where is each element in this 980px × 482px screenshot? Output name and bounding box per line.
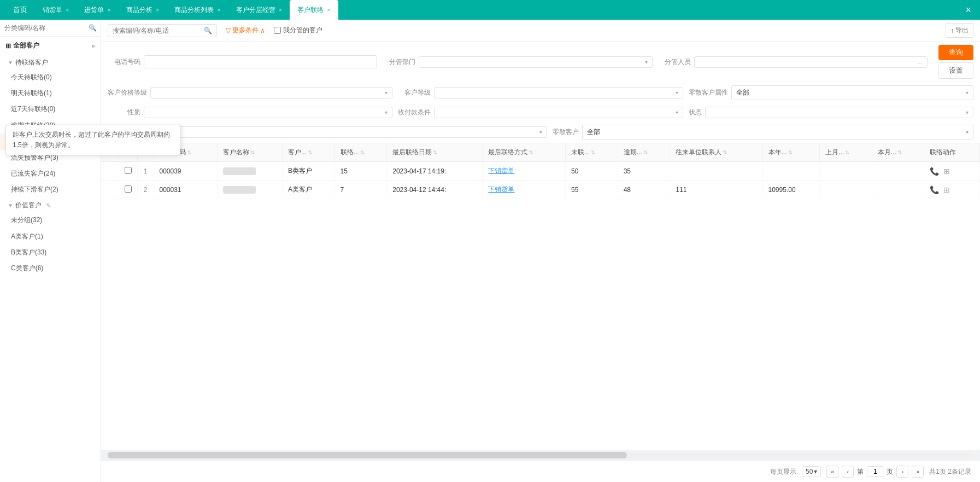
col-name[interactable]: 客户名称 ⇅ (217, 143, 282, 162)
nav-customer-tier[interactable]: 客户分层经营 × (228, 0, 290, 20)
gender-select[interactable]: ▾ (144, 107, 392, 118)
row2-contact: 7 (335, 181, 387, 199)
more-conditions-button[interactable]: ▽ 更多条件 ∧ (222, 24, 268, 37)
nav-sales[interactable]: 销货单 × (35, 0, 77, 20)
sidebar-item-ungrouped[interactable]: 未分组(32) (0, 212, 101, 228)
query-button[interactable]: 查询 (938, 45, 973, 60)
sidebar-item-tomorrow[interactable]: 明天待联络(1) (0, 85, 101, 101)
nav-product-list-close[interactable]: × (217, 0, 220, 20)
row1-checkbox[interactable] (119, 162, 137, 181)
window-close-button[interactable]: × (962, 4, 975, 16)
retail-customer-select[interactable]: 全部 ▾ (582, 125, 974, 140)
value-group-edit-icon[interactable]: ✎ (46, 202, 51, 210)
filter-row-2: 客户价格等级 ▾ 客户等级 ▾ 零散客户属性 全部 (101, 82, 980, 103)
calendar-icon-2[interactable]: ⊞ (943, 185, 950, 194)
customer-level-select[interactable]: ▾ (434, 87, 683, 98)
nav-purchase-close[interactable]: × (107, 0, 110, 20)
col-overdue[interactable]: 逾期... ⇅ (618, 143, 670, 162)
sidebar-item-b-class[interactable]: B类客户(33) (0, 245, 101, 260)
dept-select[interactable]: ▾ (419, 56, 652, 68)
nav-product-analysis[interactable]: 商品分析 × (119, 0, 167, 20)
nav-customer-contact[interactable]: 客户联络 × (290, 0, 338, 20)
row1-name[interactable] (217, 162, 282, 181)
sort-icon-11: ⇅ (845, 149, 849, 155)
status-select[interactable]: ▾ (705, 107, 973, 118)
row1-overdue: 35 (618, 162, 670, 181)
row1-code[interactable]: 000039 (154, 162, 217, 181)
table-header-row: ⚙ 客户编码 ⇅ 客户名称 (101, 143, 980, 162)
filter-payment: 收付款条件 ▾ (398, 107, 683, 118)
filter-row-1: 电话号码 分管部门 ▾ 分管人员 … (101, 42, 980, 82)
sidebar-item-lost[interactable]: 已流失客户(24) (0, 166, 101, 182)
filter-customer-level: 客户等级 ▾ (398, 87, 683, 98)
nav-customer-contact-close[interactable]: × (327, 0, 330, 20)
row1-not-contact: 50 (566, 162, 618, 181)
sidebar-item-declining[interactable]: 持续下滑客户(2) (0, 182, 101, 198)
row2-this-month (872, 181, 924, 199)
last-page-button[interactable]: » (912, 466, 924, 478)
sidebar-item-a-class[interactable]: A类客户(1) (0, 229, 101, 245)
settings-button[interactable]: 设置 (938, 62, 973, 79)
horizontal-scrollbar[interactable] (108, 452, 973, 458)
row1-last-contact-method[interactable]: 下销货单 (483, 162, 566, 181)
sort-icon-6: ⇅ (529, 149, 533, 155)
my-customers-checkbox[interactable] (274, 27, 281, 34)
nav-customer-tier-close[interactable]: × (279, 0, 282, 20)
sort-icon-10: ⇅ (788, 149, 793, 155)
phone-icon-2[interactable]: 📞 (930, 185, 939, 194)
nav-product-list[interactable]: 商品分析列表 × (167, 0, 228, 20)
retail-attr-select[interactable]: 全部 ▾ (731, 85, 973, 100)
scrollbar-thumb[interactable] (108, 452, 627, 458)
row2-name[interactable] (217, 181, 282, 199)
sidebar-value-group[interactable]: ▼ 价值客户 ✎ (0, 198, 101, 212)
row2-select-checkbox[interactable] (125, 185, 132, 193)
sidebar-item-c-class[interactable]: C类客户(6) (0, 260, 101, 276)
col-this-month[interactable]: 本月... ⇅ (872, 143, 924, 162)
payment-select[interactable]: ▾ (434, 107, 683, 118)
row2-overdue: 48 (618, 181, 670, 199)
col-contact[interactable]: 联络... ⇅ (335, 143, 387, 162)
total-records-label: 共1页 2条记录 (929, 467, 971, 477)
col-customer-type[interactable]: 客户... ⇅ (282, 143, 335, 162)
nav-purchase[interactable]: 进货单 × (77, 0, 118, 20)
chevron-down-icon-4: ▾ (676, 90, 678, 96)
calendar-icon[interactable]: ⊞ (943, 167, 950, 176)
price-level-select[interactable]: ▾ (150, 87, 392, 98)
page-number-input[interactable] (867, 466, 883, 477)
customer-type-select[interactable]: ▾ (162, 126, 547, 138)
search-icon[interactable]: 🔍 (204, 27, 212, 34)
sidebar-item-7days[interactable]: 近7天待联络(0) (0, 101, 101, 117)
col-not-contact[interactable]: 未联... ⇅ (566, 143, 618, 162)
blurred-customer-name (223, 167, 256, 175)
col-unit-contact[interactable]: 往来单位联系人 ⇅ (670, 143, 762, 162)
sidebar-item-today[interactable]: 今天待联络(0) (0, 69, 101, 85)
col-last-month[interactable]: 上月... ⇅ (820, 143, 872, 162)
nav-product-analysis-close[interactable]: × (156, 0, 159, 20)
export-button[interactable]: ↑ 导出 (946, 23, 973, 38)
sidebar-collapse-icon[interactable]: » (91, 42, 95, 50)
row2-customer-type: A类客户 (282, 181, 335, 199)
row1-select-checkbox[interactable] (125, 167, 132, 174)
phone-icon[interactable]: 📞 (930, 167, 939, 176)
search-input[interactable] (113, 27, 202, 34)
col-last-contact-date[interactable]: 最后联络日期 ⇅ (387, 143, 483, 162)
person-select[interactable]: … (694, 56, 928, 68)
sidebar-all-customers[interactable]: ⊞ 全部客户 » (0, 37, 101, 55)
nav-home[interactable]: 首页 (5, 0, 35, 20)
sidebar-pending-group[interactable]: ▼ 待联络客户 (0, 55, 101, 69)
next-page-button[interactable]: › (896, 466, 908, 478)
phone-input[interactable] (144, 55, 377, 68)
sidebar-search-icon[interactable]: 🔍 (89, 24, 97, 32)
nav-sales-close[interactable]: × (66, 0, 69, 20)
col-last-contact-method[interactable]: 最后联络方式 ⇅ (483, 143, 566, 162)
row2-code[interactable]: 000031 (154, 181, 217, 199)
row2-checkbox[interactable] (119, 181, 137, 199)
sidebar-search-input[interactable] (4, 24, 86, 32)
chevron-down-icon-6: ▾ (385, 109, 388, 115)
row2-last-contact-method[interactable]: 下销货单 (483, 181, 566, 199)
first-page-button[interactable]: « (826, 466, 838, 478)
prev-page-button[interactable]: ‹ (842, 466, 854, 478)
col-this-year[interactable]: 本年... ⇅ (762, 143, 820, 162)
filter-retail-attr: 零散客户属性 全部 ▾ (689, 85, 973, 100)
per-page-select[interactable]: 50 ▾ (802, 466, 821, 477)
